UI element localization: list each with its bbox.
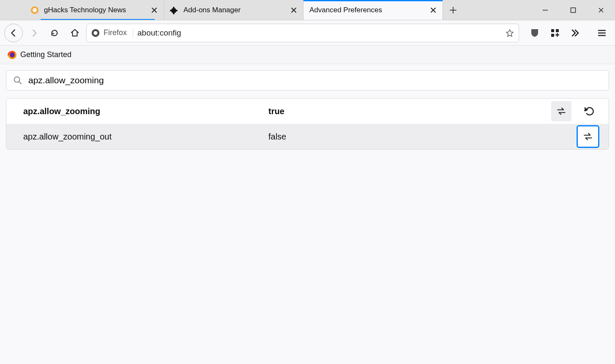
firefox-bookmark-icon: [8, 50, 17, 60]
svg-point-9: [10, 52, 15, 57]
puzzle-icon: [170, 6, 178, 14]
tab-ghacks[interactable]: gHacks Technology News: [25, 0, 164, 20]
pref-actions: [551, 101, 599, 121]
pref-row[interactable]: apz.allow_zooming_out false: [6, 124, 609, 149]
bookmarks-toolbar: Getting Started: [0, 46, 615, 64]
separator: [588, 25, 589, 41]
navigation-toolbar: Firefox: [0, 20, 615, 46]
identity-label: Firefox: [104, 28, 127, 37]
back-button[interactable]: [4, 24, 23, 42]
pref-value: false: [268, 132, 577, 142]
pref-row[interactable]: apz.allow_zooming true: [6, 99, 609, 124]
toolbar-right: [526, 24, 611, 42]
tab-label: Advanced Preferences: [309, 6, 423, 14]
close-icon[interactable]: [149, 5, 159, 15]
tab-strip: gHacks Technology News Add-ons Manager A…: [0, 0, 615, 20]
close-icon[interactable]: [428, 5, 438, 15]
forward-button[interactable]: [25, 24, 43, 42]
bookmark-star-icon[interactable]: [505, 28, 514, 38]
svg-rect-6: [556, 29, 559, 32]
reset-button[interactable]: [579, 101, 599, 121]
svg-rect-7: [551, 34, 554, 37]
window-controls: [531, 0, 615, 20]
tab-loading-indicator: [41, 19, 155, 20]
pref-value: true: [268, 107, 551, 116]
tab-advanced-preferences[interactable]: Advanced Preferences: [303, 0, 443, 20]
identity-box[interactable]: Firefox: [91, 28, 133, 38]
pref-search-box[interactable]: [6, 70, 609, 90]
toggle-button[interactable]: [577, 125, 599, 148]
tab-label: Add-ons Manager: [183, 6, 284, 14]
addons-grid-icon[interactable]: [546, 24, 564, 42]
reload-button[interactable]: [46, 24, 63, 42]
about-config-content: apz.allow_zooming true apz.allow_zooming…: [0, 64, 615, 156]
hamburger-menu-icon[interactable]: [593, 24, 611, 42]
ghacks-favicon: [30, 6, 39, 14]
close-icon[interactable]: [289, 5, 299, 15]
bookmark-item-getting-started[interactable]: Getting Started: [20, 50, 71, 59]
toggle-button[interactable]: [551, 101, 571, 121]
url-input[interactable]: [137, 28, 501, 38]
new-tab-button[interactable]: [443, 0, 463, 20]
svg-rect-5: [551, 29, 554, 32]
pref-search-input[interactable]: [28, 75, 602, 85]
window-minimize-button[interactable]: [531, 0, 559, 20]
pref-name: apz.allow_zooming_out: [23, 132, 268, 142]
overflow-chevrons-icon[interactable]: [566, 24, 584, 42]
svg-rect-2: [571, 8, 576, 12]
pref-name: apz.allow_zooming: [23, 107, 268, 116]
pref-actions: [577, 125, 599, 148]
tab-label: gHacks Technology News: [44, 6, 144, 14]
pref-list: apz.allow_zooming true apz.allow_zooming…: [6, 98, 609, 150]
ublock-icon[interactable]: [526, 24, 544, 42]
svg-point-1: [33, 8, 37, 12]
tab-addons[interactable]: Add-ons Manager: [164, 0, 303, 20]
home-button[interactable]: [66, 24, 84, 42]
window-maximize-button[interactable]: [559, 0, 587, 20]
svg-point-4: [93, 31, 97, 35]
window-close-button[interactable]: [587, 0, 615, 20]
url-bar[interactable]: Firefox: [86, 24, 519, 42]
firefox-icon: [91, 28, 100, 38]
search-icon: [13, 76, 22, 85]
tab-prespace: [0, 0, 25, 20]
